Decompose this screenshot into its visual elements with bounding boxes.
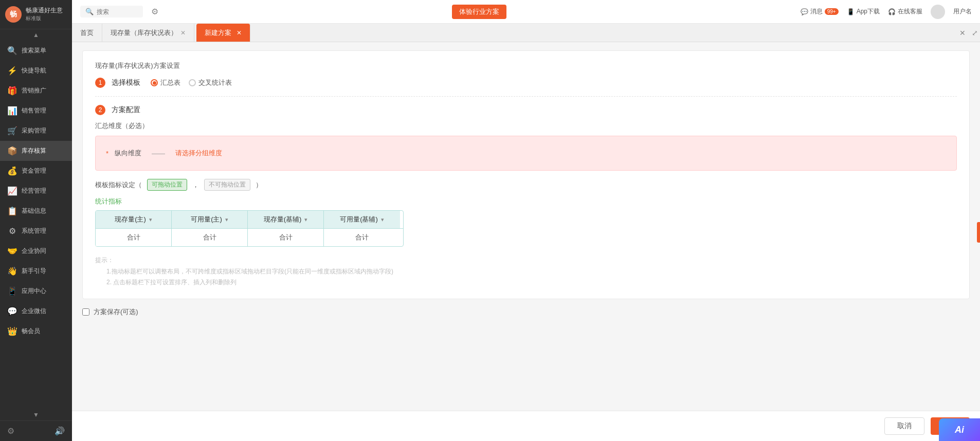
sidebar-item-cooperation[interactable]: 🤝 企业协同 (0, 241, 72, 261)
new-guide-icon: 👋 (7, 266, 17, 276)
right-scroll-indicator (977, 222, 980, 243)
sidebar-item-quick-nav[interactable]: ⚡ 快捷导航 (0, 61, 72, 81)
sidebar-item-operations[interactable]: 📈 经营管理 (0, 181, 72, 201)
sidebar-item-inventory[interactable]: 📦 库存核算 (0, 141, 72, 161)
panel-expand-icon[interactable]: ⤢ (970, 29, 980, 37)
dimension-arrow: —— (152, 150, 165, 157)
sidebar-item-basic-info[interactable]: 📋 基础信息 (0, 201, 72, 221)
sidebar-item-new-guide[interactable]: 👋 新手引导 (0, 261, 72, 281)
system-icon: ⚙ (7, 226, 17, 236)
stats-section-title: 统计指标 (95, 197, 957, 206)
sidebar-item-search[interactable]: 🔍 搜索菜单 (0, 41, 72, 61)
stats-data-3: 合计 (324, 229, 400, 246)
sidebar-scroll-up[interactable]: ▲ (0, 29, 72, 41)
ai-badge[interactable]: Ai (939, 418, 980, 441)
dimension-placeholder[interactable]: 请选择分组维度 (175, 149, 222, 158)
topbar-app-download[interactable]: 📱 App下载 (847, 7, 880, 16)
user-avatar (931, 5, 945, 19)
stats-data-1: 合计 (172, 229, 248, 246)
sidebar-item-system[interactable]: ⚙ 系统管理 (0, 221, 72, 241)
sidebar-item-member[interactable]: 👑 畅会员 (0, 321, 72, 341)
sidebar-logo: 畅 畅康通好生意 标准版 (0, 0, 72, 29)
topbar-right: 💬 消息 99+ 📱 App下载 🎧 在线客服 用户名 (801, 5, 972, 19)
inventory-icon: 📦 (7, 146, 17, 156)
stats-col-0-header[interactable]: 现存量(主) ▾ (96, 211, 172, 228)
tab-inventory-status-close-icon[interactable]: ✕ (180, 29, 186, 36)
experience-btn[interactable]: 体验行业方案 (452, 5, 506, 19)
sidebar-item-sales[interactable]: 📊 销售管理 (0, 101, 72, 121)
radio-summary-dot (151, 79, 158, 86)
sidebar-item-purchase[interactable]: 🛒 采购管理 (0, 121, 72, 141)
username-label: 用户名 (953, 7, 972, 16)
stats-col-2-header[interactable]: 现存量(基辅) ▾ (248, 211, 324, 228)
app-download-label: App下载 (857, 7, 880, 16)
topbar-search-box[interactable]: 🔍 (80, 6, 143, 17)
tab-inventory-status[interactable]: 现存量（库存状况表） ✕ (102, 24, 194, 42)
stats-col-1-label: 可用量(主) (191, 215, 222, 224)
service-icon: 🎧 (888, 8, 896, 15)
save-checkbox[interactable] (82, 308, 89, 316)
search-menu-icon: 🔍 (7, 46, 17, 56)
basic-info-icon: 📋 (7, 206, 17, 216)
sidebar-bottom: ⚙ 🔊 (0, 420, 72, 441)
vertical-dim-label: 纵向维度 (115, 149, 141, 158)
marketing-icon: 🎁 (7, 86, 17, 96)
app-name: 畅康通好生意 (26, 7, 63, 15)
message-icon: 💬 (801, 8, 808, 15)
chevron-down-icon-3: ▾ (381, 216, 384, 223)
cancel-button[interactable]: 取消 (884, 417, 924, 435)
search-input[interactable] (97, 8, 138, 15)
audio-icon[interactable]: 🔊 (55, 426, 65, 436)
hint-num-1 (95, 266, 102, 278)
panel-close-icon[interactable]: ✕ (955, 29, 970, 37)
save-option-row: 方案保存(可选) (82, 307, 970, 317)
member-icon: 👑 (7, 326, 17, 336)
settings-icon[interactable]: ⚙ (7, 426, 14, 436)
sidebar-item-wechat[interactable]: 💬 企业微信 (0, 301, 72, 321)
required-mark: * (106, 150, 108, 157)
hint-text-2: 2. 点击标题栏下拉可设置排序、插入列和删除列 (106, 277, 237, 288)
topbar-online-service[interactable]: 🎧 在线客服 (888, 7, 922, 16)
sidebar-item-label-sales: 销售管理 (22, 106, 46, 115)
stats-data-row: 合计 合计 合计 合计 (96, 228, 403, 246)
tab-new-plan-close-icon[interactable]: ✕ (237, 29, 242, 36)
sidebar-item-label-quick-nav: 快捷导航 (22, 66, 46, 75)
stats-col-2-label: 现存量(基辅) (264, 215, 302, 224)
sidebar-item-label-app-center: 应用中心 (22, 287, 46, 296)
sidebar-item-label-new-guide: 新手引导 (22, 267, 46, 275)
plan-settings-card: 现存量(库存状况表)方案设置 1 选择模板 汇总表 交叉统计表 (82, 50, 970, 299)
step2-badge: 2 (95, 105, 105, 115)
sidebar-item-marketing[interactable]: 🎁 营销推广 (0, 81, 72, 101)
topbar-gear-icon[interactable]: ⚙ (151, 7, 158, 16)
stats-col-1-header[interactable]: 可用量(主) ▾ (172, 211, 248, 228)
sidebar-scroll-down[interactable]: ▼ (0, 409, 72, 420)
radio-cross-label: 交叉统计表 (198, 78, 232, 87)
radio-summary-label: 汇总表 (160, 78, 180, 87)
stats-col-3-header[interactable]: 可用量(基辅) ▾ (324, 211, 400, 228)
stats-header-row: 现存量(主) ▾ 可用量(主) ▾ 现存量(基辅) ▾ 可用量(基辅) ▾ (96, 211, 403, 228)
sidebar-item-app-center[interactable]: 📱 应用中心 (0, 281, 72, 301)
radio-summary-table[interactable]: 汇总表 (151, 78, 180, 87)
service-label: 在线客服 (898, 7, 922, 16)
sidebar-item-label-marketing: 营销推广 (22, 86, 46, 95)
topbar-messages[interactable]: 💬 消息 99+ (801, 7, 839, 16)
sidebar-item-finance[interactable]: 💰 资金管理 (0, 161, 72, 181)
sidebar: 畅 畅康通好生意 标准版 ▲ 🔍 搜索菜单 ⚡ 快捷导航 🎁 营销推广 📊 销售… (0, 0, 72, 441)
hint-text-1: 1.拖动标题栏可以调整布局，不可跨维度或指标区域拖动栏目字段(只能在同一维度或指… (106, 266, 393, 278)
chevron-down-icon-2: ▾ (304, 216, 307, 223)
indicator-settings-separator: ， (192, 180, 199, 190)
stats-data-2: 合计 (248, 229, 324, 246)
stats-table: 现存量(主) ▾ 可用量(主) ▾ 现存量(基辅) ▾ 可用量(基辅) ▾ (95, 210, 404, 247)
step1-label: 选择模板 (112, 78, 140, 87)
step1-row: 1 选择模板 汇总表 交叉统计表 (95, 78, 957, 88)
messages-badge: 99+ (825, 8, 839, 15)
radio-cross-table[interactable]: 交叉统计表 (189, 78, 232, 87)
indicator-settings-row: 模板指标设定（ 可拖动位置 ， 不可拖动位置 ） (95, 179, 957, 191)
sidebar-item-label-member: 畅会员 (22, 327, 40, 336)
tab-new-plan[interactable]: 新建方案 ✕ (196, 24, 250, 42)
app-logo-icon: 畅 (5, 6, 22, 23)
summary-dim-label: 汇总维度（必选） (95, 121, 957, 131)
tab-home[interactable]: 首页 (72, 24, 102, 42)
radio-cross-dot (189, 79, 196, 86)
quick-nav-icon: ⚡ (7, 66, 17, 76)
